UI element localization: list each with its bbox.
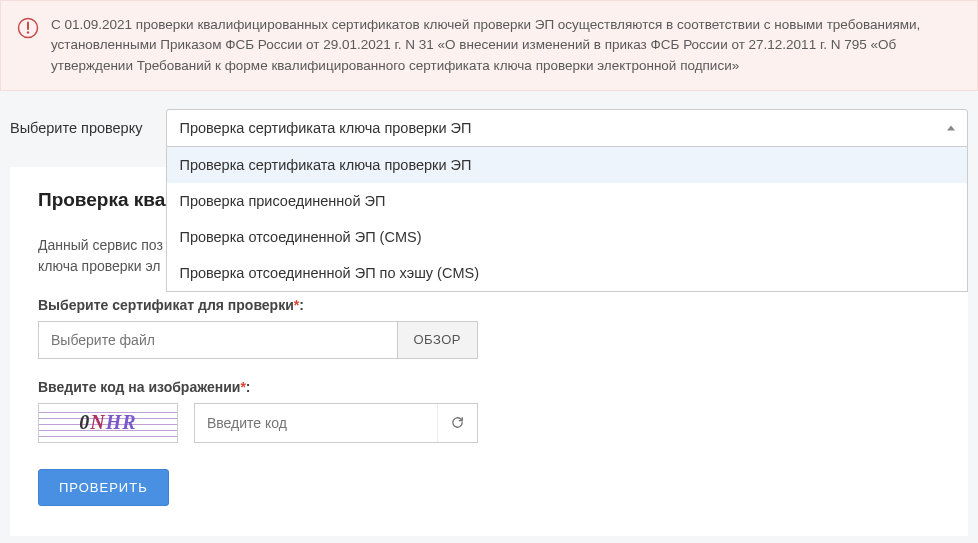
check-type-dropdown: Проверка сертификата ключа проверки ЭП П… — [166, 109, 968, 147]
captcha-input-group — [194, 403, 478, 443]
captcha-row: 0NHR — [38, 403, 478, 443]
check-type-option[interactable]: Проверка присоединенной ЭП — [167, 183, 967, 219]
check-type-selected: Проверка сертификата ключа проверки ЭП — [179, 120, 471, 136]
submit-button[interactable]: ПРОВЕРИТЬ — [38, 469, 169, 506]
cert-field-label: Выберите сертификат для проверки*: — [38, 297, 940, 313]
captcha-refresh-button[interactable] — [437, 404, 477, 442]
captcha-text: 0NHR — [79, 411, 136, 434]
chevron-up-icon — [947, 125, 955, 130]
warning-icon — [17, 17, 39, 39]
colon: : — [246, 379, 251, 395]
check-type-option[interactable]: Проверка сертификата ключа проверки ЭП — [167, 147, 967, 183]
svg-point-2 — [27, 31, 29, 33]
check-type-option[interactable]: Проверка отсоединенной ЭП по хэшу (CMS) — [167, 255, 967, 291]
captcha-field-label: Введите код на изображении*: — [38, 379, 940, 395]
check-type-row: Выберите проверку Проверка сертификата к… — [0, 91, 978, 147]
file-name-input[interactable] — [38, 321, 397, 359]
browse-button[interactable]: ОБЗОР — [397, 321, 479, 359]
colon: : — [299, 297, 304, 313]
file-picker: ОБЗОР — [38, 321, 478, 359]
check-type-toggle[interactable]: Проверка сертификата ключа проверки ЭП — [166, 109, 968, 147]
label-text: Выберите сертификат для проверки — [38, 297, 294, 313]
refresh-icon — [450, 415, 465, 430]
check-type-menu: Проверка сертификата ключа проверки ЭП П… — [166, 147, 968, 292]
captcha-image: 0NHR — [38, 403, 178, 443]
notice-text: С 01.09.2021 проверки квалифицированных … — [51, 15, 961, 76]
desc-line: ключа проверки эл — [38, 258, 160, 274]
check-type-option[interactable]: Проверка отсоединенной ЭП (CMS) — [167, 219, 967, 255]
notice-banner: С 01.09.2021 проверки квалифицированных … — [0, 0, 978, 91]
label-text: Введите код на изображении — [38, 379, 240, 395]
check-type-label: Выберите проверку — [10, 120, 142, 136]
captcha-input[interactable] — [195, 404, 437, 442]
desc-line: Данный сервис поз — [38, 237, 163, 253]
